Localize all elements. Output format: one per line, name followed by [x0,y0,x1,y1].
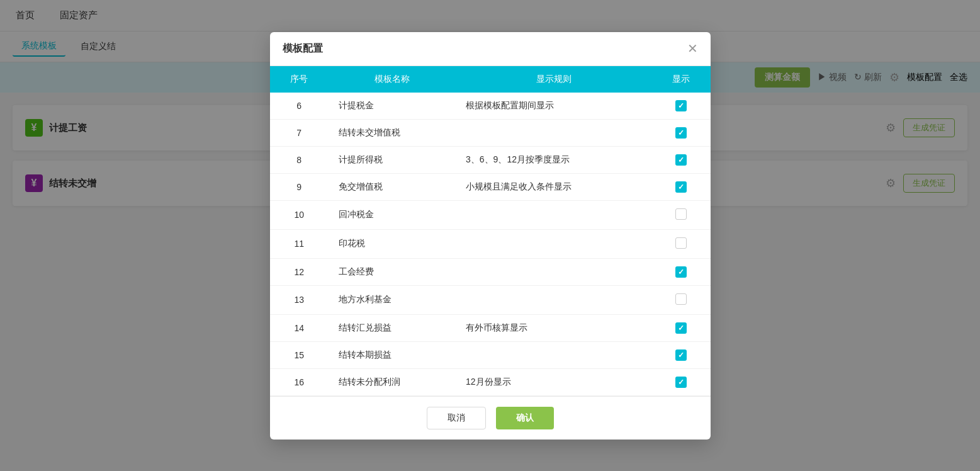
cell-rule [456,229,651,258]
checkbox-checked[interactable] [675,154,687,166]
checkbox-checked[interactable] [675,266,687,278]
cell-id: 15 [270,341,329,368]
modal-footer: 取消 确认 [270,396,711,440]
modal-body: 序号 模板名称 显示规则 显示 6计提税金根据模板配置期间显示7结转未交增值税8… [270,66,711,396]
table-row: 7结转未交增值税 [270,119,711,146]
table-row: 8计提所得税3、6、9、12月按季度显示 [270,146,711,173]
confirm-button[interactable]: 确认 [496,407,554,429]
cell-id: 12 [270,258,329,285]
cell-name: 结转汇兑损益 [329,314,456,341]
cell-checkbox[interactable] [651,119,710,146]
cell-name: 结转本期损益 [329,341,456,368]
checkbox-checked[interactable] [675,100,687,111]
cell-name: 计提所得税 [329,146,456,173]
checkbox-checked[interactable] [675,322,687,334]
cell-name: 地方水利基金 [329,285,456,314]
table-header-row: 序号 模板名称 显示规则 显示 [270,66,711,93]
checkbox-unchecked[interactable] [675,208,687,220]
cell-rule [456,119,651,146]
cell-checkbox[interactable] [651,173,710,200]
col-header-name: 模板名称 [329,66,456,93]
cell-checkbox[interactable] [651,314,710,341]
cell-checkbox[interactable] [651,341,710,368]
cell-id: 9 [270,173,329,200]
cell-id: 10 [270,200,329,229]
table-row: 15结转本期损益 [270,341,711,368]
checkbox-checked[interactable] [675,349,687,361]
cell-rule: 小规模且满足收入条件显示 [456,173,651,200]
modal-header: 模板配置 ✕ [270,32,711,66]
table-row: 14结转汇兑损益有外币核算显示 [270,314,711,341]
table-row: 11印花税 [270,229,711,258]
cell-rule: 根据模板配置期间显示 [456,93,651,120]
checkbox-unchecked[interactable] [675,237,687,249]
modal-close-button[interactable]: ✕ [687,42,698,55]
col-header-id: 序号 [270,66,329,93]
cell-rule: 12月份显示 [456,368,651,395]
modal-overlay: 模板配置 ✕ 序号 模板名称 显示规则 显示 6计提税金根据模板配置期间显示7结… [0,0,980,471]
cell-name: 计提税金 [329,93,456,120]
cell-rule: 有外币核算显示 [456,314,651,341]
cell-checkbox[interactable] [651,285,710,314]
checkbox-checked[interactable] [675,127,687,139]
table-row: 12工会经费 [270,258,711,285]
cell-checkbox[interactable] [651,93,710,120]
modal-template-config: 模板配置 ✕ 序号 模板名称 显示规则 显示 6计提税金根据模板配置期间显示7结… [270,32,711,440]
cell-id: 6 [270,93,329,120]
col-header-rule: 显示规则 [456,66,651,93]
cell-name: 工会经费 [329,258,456,285]
cell-id: 11 [270,229,329,258]
config-table: 序号 模板名称 显示规则 显示 6计提税金根据模板配置期间显示7结转未交增值税8… [270,66,711,396]
checkbox-unchecked[interactable] [675,293,687,305]
cancel-button[interactable]: 取消 [427,407,486,429]
table-row: 13地方水利基金 [270,285,711,314]
cell-id: 16 [270,368,329,395]
cell-checkbox[interactable] [651,229,710,258]
cell-id: 13 [270,285,329,314]
table-row: 6计提税金根据模板配置期间显示 [270,93,711,120]
table-row: 9免交增值税小规模且满足收入条件显示 [270,173,711,200]
cell-id: 14 [270,314,329,341]
cell-checkbox[interactable] [651,200,710,229]
table-row: 10回冲税金 [270,200,711,229]
checkbox-checked[interactable] [675,181,687,193]
cell-rule [456,200,651,229]
cell-checkbox[interactable] [651,146,710,173]
cell-name: 结转未交增值税 [329,119,456,146]
modal-title: 模板配置 [283,42,323,55]
cell-name: 印花税 [329,229,456,258]
cell-name: 结转未分配利润 [329,368,456,395]
cell-rule [456,258,651,285]
cell-name: 回冲税金 [329,200,456,229]
checkbox-checked[interactable] [675,377,687,388]
cell-rule: 3、6、9、12月按季度显示 [456,146,651,173]
table-row: 16结转未分配利润12月份显示 [270,368,711,395]
cell-name: 免交增值税 [329,173,456,200]
cell-checkbox[interactable] [651,258,710,285]
cell-id: 8 [270,146,329,173]
cell-checkbox[interactable] [651,368,710,395]
cell-rule [456,285,651,314]
cell-id: 7 [270,119,329,146]
col-header-display: 显示 [651,66,710,93]
cell-rule [456,341,651,368]
